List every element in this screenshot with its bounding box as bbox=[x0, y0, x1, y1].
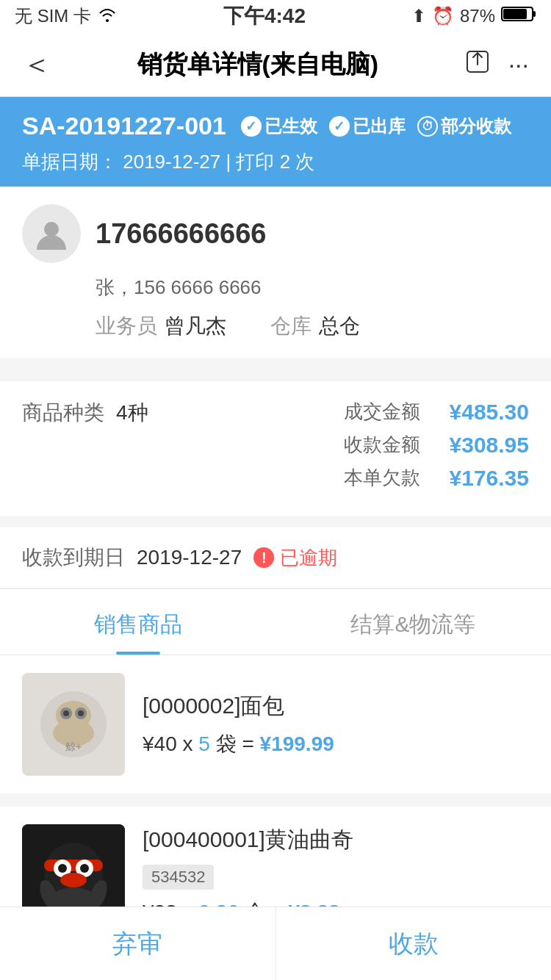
bread-qty: 5 bbox=[198, 732, 210, 755]
clock-icon: ⏱ bbox=[417, 116, 438, 137]
product-price-bread: ¥40 x 5 袋 = ¥199.99 bbox=[143, 730, 529, 758]
product-name-bread: [0000002]面包 bbox=[143, 691, 529, 721]
print-label: 打印 bbox=[236, 151, 274, 173]
badge-effective-label: 已生效 bbox=[264, 115, 317, 138]
header-date-row: 单据日期： 2019-12-27 | 打印 2 次 bbox=[22, 149, 529, 175]
bread-equals: = bbox=[242, 732, 259, 755]
page-title: 销货单详情(来自电脑) bbox=[137, 48, 379, 82]
product-batch-cookie: 534532 bbox=[143, 865, 214, 890]
svg-rect-2 bbox=[533, 11, 536, 17]
svg-point-20 bbox=[60, 873, 87, 887]
customer-section: 17666666666 张，156 6666 6666 业务员 曾凡杰 仓库 总… bbox=[0, 187, 551, 358]
no-sim-label: 无 SIM 卡 bbox=[15, 4, 91, 28]
overdue-badge: ! 已逾期 bbox=[253, 545, 337, 571]
status-right: ⬆ ⏰ 87% bbox=[411, 5, 536, 27]
order-id-text: SA-20191227-001 bbox=[22, 112, 226, 140]
salesperson-meta: 业务员 曾凡杰 bbox=[96, 312, 226, 340]
battery-icon bbox=[501, 5, 536, 27]
check-icon-2: ✓ bbox=[329, 116, 350, 137]
alarm-icon: ⏰ bbox=[432, 6, 454, 26]
tab-settlement-label: 结算&物流等 bbox=[350, 612, 475, 636]
product-info-bread: [0000002]面包 ¥40 x 5 袋 = ¥199.99 bbox=[143, 691, 529, 758]
bread-multiply: x bbox=[183, 732, 199, 755]
svg-point-11 bbox=[78, 710, 84, 716]
due-date-value: 2019-12-27 bbox=[137, 546, 242, 569]
confirm-label: 收款 bbox=[389, 927, 439, 961]
product-type-label: 商品种类 bbox=[22, 399, 104, 427]
badge-partial-payment: ⏱ 部分收款 bbox=[417, 115, 511, 138]
due-section: 收款到期日 2019-12-27 ! 已逾期 bbox=[0, 527, 551, 588]
nav-right-actions: ··· bbox=[464, 48, 529, 81]
print-count: 2 bbox=[280, 151, 290, 173]
salesperson-value: 曾凡杰 bbox=[165, 312, 226, 340]
status-left: 无 SIM 卡 bbox=[15, 4, 118, 28]
badge-shipped: ✓ 已出库 bbox=[329, 115, 406, 138]
owed-amount-row: 本单欠款 ¥176.35 bbox=[344, 465, 529, 491]
customer-main-row: 17666666666 bbox=[22, 204, 529, 263]
warehouse-value: 总仓 bbox=[319, 312, 360, 340]
tab-settlement-logistics[interactable]: 结算&物流等 bbox=[276, 589, 551, 655]
salesperson-label: 业务员 bbox=[96, 312, 157, 340]
date-label: 单据日期： bbox=[22, 151, 118, 173]
svg-point-18 bbox=[58, 864, 67, 873]
product-item-bread: 鲸+ [0000002]面包 ¥40 x 5 袋 = ¥199.99 bbox=[0, 655, 551, 793]
receive-amount-row: 收款金额 ¥308.95 bbox=[344, 432, 529, 458]
overdue-icon: ! bbox=[253, 547, 274, 568]
stats-left: 商品种类 4种 bbox=[22, 399, 148, 433]
order-badges: ✓ 已生效 ✓ 已出库 ⏱ 部分收款 bbox=[241, 115, 511, 138]
owed-amount-value: ¥176.35 bbox=[450, 466, 529, 491]
cancel-review-button[interactable]: 弃审 bbox=[0, 907, 276, 980]
customer-name-phone: 张，156 6666 6666 bbox=[22, 275, 529, 300]
warehouse-label: 仓库 bbox=[270, 312, 311, 340]
svg-point-4 bbox=[44, 222, 59, 237]
svg-point-19 bbox=[80, 864, 89, 873]
print-unit: 次 bbox=[295, 151, 314, 173]
customer-meta: 业务员 曾凡杰 仓库 总仓 bbox=[22, 312, 529, 340]
warehouse-meta: 仓库 总仓 bbox=[270, 312, 360, 340]
date-value: 2019-12-27 bbox=[123, 151, 220, 173]
deal-amount-value: ¥485.30 bbox=[450, 400, 529, 425]
product-thumb-bread: 鲸+ bbox=[22, 673, 125, 776]
bottom-bar: 弃审 收款 bbox=[0, 907, 551, 980]
separator-1 bbox=[0, 370, 551, 381]
avatar bbox=[22, 204, 81, 263]
product-type-stat: 商品种类 4种 bbox=[22, 399, 148, 427]
check-icon-1: ✓ bbox=[241, 116, 262, 137]
svg-rect-1 bbox=[503, 9, 527, 19]
deal-amount-row: 成交金额 ¥485.30 bbox=[344, 399, 529, 425]
product-list: 鲸+ [0000002]面包 ¥40 x 5 袋 = ¥199.99 bbox=[0, 655, 551, 945]
print-separator: | bbox=[226, 151, 236, 173]
stats-section: 商品种类 4种 成交金额 ¥485.30 收款金额 ¥308.95 本单欠款 ¥… bbox=[0, 381, 551, 516]
bread-total: ¥199.99 bbox=[260, 732, 334, 755]
receive-amount-label: 收款金额 bbox=[344, 432, 420, 458]
stats-right: 成交金额 ¥485.30 收款金额 ¥308.95 本单欠款 ¥176.35 bbox=[344, 399, 529, 498]
tab-sales-products[interactable]: 销售商品 bbox=[0, 589, 276, 655]
bread-unit: 袋 bbox=[216, 732, 237, 755]
svg-point-10 bbox=[63, 710, 69, 716]
badge-partial-label: 部分收款 bbox=[441, 115, 511, 138]
badge-shipped-label: 已出库 bbox=[353, 115, 406, 138]
cancel-label: 弃审 bbox=[112, 927, 162, 961]
bread-price: ¥40 bbox=[143, 732, 177, 755]
svg-text:鲸+: 鲸+ bbox=[65, 741, 82, 752]
receive-amount-value: ¥308.95 bbox=[450, 433, 529, 458]
tabs-container: 销售商品 结算&物流等 bbox=[0, 589, 551, 655]
wifi-icon bbox=[97, 6, 118, 26]
svg-rect-15 bbox=[44, 860, 103, 871]
product-type-value: 4种 bbox=[116, 399, 148, 427]
status-bar: 无 SIM 卡 下午4:42 ⬆ ⏰ 87% bbox=[0, 0, 551, 32]
battery-label: 87% bbox=[460, 6, 495, 26]
customer-id: 17666666666 bbox=[96, 218, 266, 250]
overdue-text: 已逾期 bbox=[280, 545, 337, 571]
product-name-cookie: [000400001]黄油曲奇 bbox=[143, 825, 529, 855]
status-time: 下午4:42 bbox=[223, 2, 306, 30]
more-icon[interactable]: ··· bbox=[508, 50, 529, 79]
deal-amount-label: 成交金额 bbox=[344, 399, 420, 425]
header-banner: SA-20191227-001 ✓ 已生效 ✓ 已出库 ⏱ 部分收款 单据日期：… bbox=[0, 97, 551, 187]
product-separator bbox=[0, 795, 551, 807]
nav-bar: ＜ 销货单详情(来自电脑) ··· bbox=[0, 32, 551, 97]
collect-payment-button[interactable]: 收款 bbox=[276, 907, 552, 980]
share-icon[interactable] bbox=[464, 48, 491, 81]
badge-effective: ✓ 已生效 bbox=[241, 115, 317, 138]
back-button[interactable]: ＜ bbox=[22, 44, 51, 84]
